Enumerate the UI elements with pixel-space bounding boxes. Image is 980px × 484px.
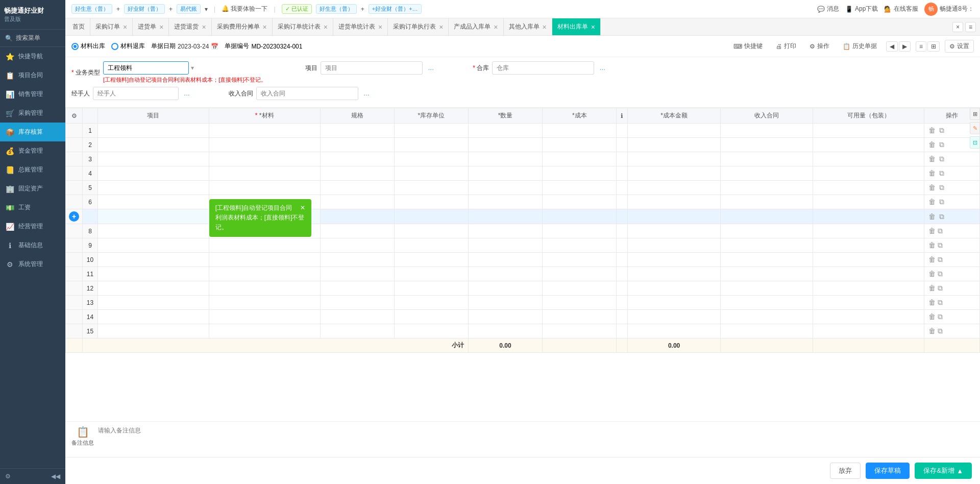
delete-row-btn[interactable]: 🗑 xyxy=(928,255,936,263)
tab-home[interactable]: 首页 xyxy=(67,18,90,35)
edit-columns-btn[interactable]: ⊞ xyxy=(970,108,980,120)
row-income-contract-cell[interactable] xyxy=(720,152,813,166)
detail-view-btn[interactable]: ⊞ xyxy=(927,41,940,52)
row-quantity-cell[interactable] xyxy=(468,181,542,195)
tab-close-icon[interactable]: × xyxy=(439,23,443,31)
tag-haoyecai2[interactable]: +好业财（普）+… xyxy=(369,4,422,14)
discard-btn[interactable]: 放弃 xyxy=(830,463,861,479)
row-cost-cell[interactable] xyxy=(543,195,617,209)
row-cost-amount-cell[interactable] xyxy=(628,181,720,195)
row-warehouse-unit-cell[interactable] xyxy=(394,124,468,138)
row-quantity-active-cell[interactable] xyxy=(468,209,542,224)
print-btn[interactable]: 🖨 打印 xyxy=(772,40,800,52)
sidebar-item-system[interactable]: ⚙ 系统管理 xyxy=(0,255,65,274)
row-project-cell[interactable] xyxy=(98,181,209,195)
row-material-cell[interactable] xyxy=(209,181,320,195)
experience-btn[interactable]: 🔔 我要体验一下 xyxy=(222,5,267,13)
agent-input[interactable] xyxy=(93,87,179,100)
sidebar-item-sales[interactable]: 📊 销售管理 xyxy=(0,85,65,104)
delete-row-btn[interactable]: 🗑 xyxy=(928,327,936,335)
income-contract-dots-icon[interactable]: … xyxy=(363,90,370,97)
project-input[interactable] xyxy=(321,61,423,75)
row-income-contract-cell[interactable] xyxy=(720,166,813,181)
row-cost-active-cell[interactable] xyxy=(543,209,617,224)
row-material-cell[interactable] xyxy=(209,138,320,152)
row-cost-cell[interactable] xyxy=(543,181,617,195)
date-value[interactable]: 2023-03-24 xyxy=(178,43,209,50)
sidebar-item-fixed-assets[interactable]: 🏢 固定资产 xyxy=(0,179,65,198)
row-cost-amount-cell[interactable] xyxy=(628,195,720,209)
copy-row-btn[interactable]: ⧉ xyxy=(939,212,944,221)
row-spec-cell[interactable] xyxy=(320,181,394,195)
sidebar-item-inventory[interactable]: 📦 库存核算 xyxy=(0,123,65,141)
row-cost-amount-active-cell[interactable] xyxy=(628,209,720,224)
copy-row-btn[interactable]: ⧉ xyxy=(939,183,944,191)
save-draft-btn[interactable]: 保存草稿 xyxy=(866,463,910,479)
copy-row-btn[interactable]: ⧉ xyxy=(938,327,943,335)
copy-row-btn[interactable]: ⧉ xyxy=(938,312,943,321)
tab-other-instock[interactable]: 其他入库单 × xyxy=(504,18,552,35)
tab-incoming[interactable]: 进货单 × xyxy=(133,18,169,35)
copy-row-btn[interactable]: ⧉ xyxy=(939,126,944,134)
row-project-cell[interactable] xyxy=(98,124,209,138)
add-row-btn[interactable]: + xyxy=(69,211,79,222)
delete-row-btn[interactable]: 🗑 xyxy=(928,270,936,278)
sidebar-item-basic-info[interactable]: ℹ 基础信息 xyxy=(0,236,65,255)
row-warehouse-unit-cell[interactable] xyxy=(394,195,468,209)
copy-row-btn[interactable]: ⧉ xyxy=(938,255,943,263)
annotate-btn[interactable]: ✎ xyxy=(970,122,980,134)
tooltip-close-btn[interactable]: ✕ xyxy=(300,203,305,213)
tab-purchase-stats[interactable]: 采购订单统计表 × xyxy=(273,18,333,35)
copy-row-btn[interactable]: ⧉ xyxy=(938,284,943,292)
tab-purchase-order[interactable]: 采购订单 × xyxy=(90,18,133,35)
delete-row-btn[interactable]: 🗑 xyxy=(928,155,936,163)
sidebar-item-project-contract[interactable]: 📋 项目合同 xyxy=(0,66,65,85)
copy-row-btn[interactable]: ⧉ xyxy=(939,140,944,149)
tab-material-outstock[interactable]: 材料出库单 × xyxy=(552,18,601,35)
user-menu[interactable]: 畅 畅捷通8号： xyxy=(924,3,974,16)
warehouse-dots-icon[interactable]: … xyxy=(599,64,605,71)
warehouse-input[interactable] xyxy=(492,61,594,75)
tag-haoshengyi2[interactable]: 好生意（普） xyxy=(316,4,357,14)
row-cost-amount-cell[interactable] xyxy=(628,166,720,181)
tab-product-instock[interactable]: 产成品入库单 × xyxy=(449,18,503,35)
delete-row-btn[interactable]: 🗑 xyxy=(928,241,936,249)
income-contract-input[interactable] xyxy=(256,87,358,100)
copy-row-btn[interactable]: ⧉ xyxy=(938,241,943,249)
copy-row-btn[interactable]: ⧉ xyxy=(939,169,944,177)
settings-btn[interactable]: ⚙ 设置 xyxy=(945,40,974,53)
radio-material-outstock[interactable]: 材料出库 xyxy=(71,42,105,51)
tab-close-icon[interactable]: × xyxy=(123,23,127,31)
app-download-btn[interactable]: 📱 App下载 xyxy=(845,5,878,13)
online-service-btn[interactable]: 💁 在线客服 xyxy=(884,5,918,13)
list-view-btn[interactable]: ≡ xyxy=(916,41,926,52)
tab-close-icon[interactable]: × xyxy=(263,23,267,31)
sidebar-item-management[interactable]: 📈 经营管理 xyxy=(0,217,65,236)
row-quantity-cell[interactable] xyxy=(468,124,542,138)
delete-row-btn[interactable]: 🗑 xyxy=(928,312,936,321)
row-cost-amount-cell[interactable] xyxy=(628,138,720,152)
prev-btn[interactable]: ◀ xyxy=(886,41,898,52)
row-spec-cell[interactable] xyxy=(320,138,394,152)
row-quantity-cell[interactable] xyxy=(468,152,542,166)
row-project-cell[interactable] xyxy=(98,138,209,152)
row-warehouse-unit-cell[interactable] xyxy=(394,181,468,195)
row-income-contract-cell[interactable] xyxy=(720,138,813,152)
collapse-icon[interactable]: ◀◀ xyxy=(51,473,60,480)
tab-purchase-exec[interactable]: 采购订单执行表 × xyxy=(388,18,449,35)
project-dots-icon[interactable]: … xyxy=(428,64,434,71)
notes-input[interactable] xyxy=(98,426,974,435)
tab-close-icon[interactable]: × xyxy=(324,23,328,31)
row-quantity-cell[interactable] xyxy=(468,138,542,152)
row-income-contract-cell[interactable] xyxy=(720,124,813,138)
row-warehouse-unit-cell[interactable] xyxy=(394,166,468,181)
tag-haoshengyi[interactable]: 好生意（普） xyxy=(71,4,112,14)
agent-dots-icon[interactable]: … xyxy=(184,90,190,97)
copy-row-btn[interactable]: ⧉ xyxy=(939,198,944,206)
sidebar-item-purchase[interactable]: 🛒 采购管理 xyxy=(0,104,65,123)
row-income-contract-cell[interactable] xyxy=(720,195,813,209)
sidebar-item-ledger[interactable]: 📒 总账管理 xyxy=(0,160,65,179)
close-all-tabs-btn[interactable]: × xyxy=(952,22,963,32)
sidebar-item-finance[interactable]: 💰 资金管理 xyxy=(0,141,65,160)
tab-purchase-expense[interactable]: 采购费用分摊单 × xyxy=(212,18,273,35)
